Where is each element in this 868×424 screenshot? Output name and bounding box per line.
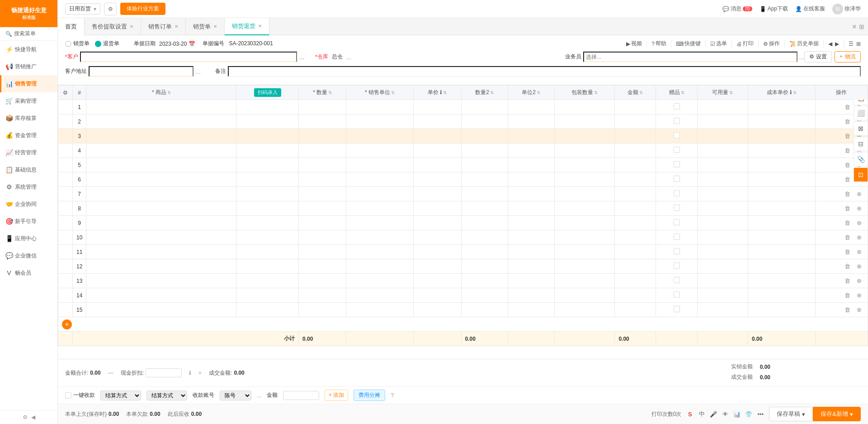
copy-icon[interactable]: ⊕ — [854, 305, 864, 315]
row-sale-unit[interactable] — [346, 158, 413, 172]
row-qty[interactable] — [298, 259, 346, 274]
taskbar-icon-shirt[interactable]: 👕 — [744, 409, 754, 419]
row-cost-price[interactable] — [748, 143, 816, 158]
sidebar-item-cooperation[interactable]: 🤝 企业协同 — [0, 195, 57, 213]
row-unit-price[interactable] — [413, 288, 461, 303]
row-gift[interactable] — [656, 216, 697, 230]
account-dots[interactable]: ... — [257, 392, 261, 399]
row-amount[interactable] — [615, 259, 656, 274]
one-key-payment-check[interactable]: 一键收款 — [65, 391, 95, 399]
gift-checkbox[interactable] — [674, 118, 680, 124]
row-qty2[interactable] — [461, 100, 508, 114]
row-sale-unit[interactable] — [346, 274, 413, 288]
salesperson-dots[interactable]: ... — [799, 53, 805, 61]
account-select[interactable]: 陈号 — [220, 391, 251, 400]
row-product[interactable] — [86, 201, 236, 216]
copy-icon[interactable]: ⊕ — [854, 247, 864, 257]
delete-icon[interactable]: 🗑 — [842, 160, 852, 170]
row-gift[interactable] — [656, 100, 697, 114]
row-product[interactable] — [86, 158, 236, 172]
sidebar-item-shortcut[interactable]: ⚡ 快捷导航 — [0, 41, 57, 58]
taskbar-icon-table[interactable]: 📊 — [732, 409, 742, 419]
row-qty[interactable] — [298, 158, 346, 172]
row-qty2[interactable] — [461, 303, 508, 317]
row-amount[interactable] — [615, 303, 656, 317]
topbar-gear-button[interactable]: ⚙ — [104, 3, 117, 15]
setting-button[interactable]: ⚙ 设置 — [804, 51, 831, 62]
gift-checkbox[interactable] — [674, 233, 680, 240]
gift-checkbox[interactable] — [674, 103, 680, 110]
collapse-icon[interactable]: ◀ — [31, 414, 35, 420]
row-available[interactable] — [697, 274, 748, 288]
row-available[interactable] — [697, 143, 748, 158]
gift-checkbox[interactable] — [674, 147, 680, 153]
row-amount[interactable] — [615, 216, 656, 230]
row-qty[interactable] — [298, 201, 346, 216]
row-qty2[interactable] — [461, 216, 508, 230]
gift-checkbox[interactable] — [674, 132, 680, 138]
message-badge-item[interactable]: 💬 消息 70 — [722, 5, 752, 13]
row-unit-price[interactable] — [413, 303, 461, 317]
row-qty2[interactable] — [461, 114, 508, 129]
sidebar-item-system[interactable]: ⚙ 系统管理 — [0, 178, 57, 195]
delete-icon[interactable]: 🗑 — [842, 204, 852, 214]
row-qty[interactable] — [298, 230, 346, 245]
row-amount[interactable] — [615, 100, 656, 114]
row-available[interactable] — [697, 114, 748, 129]
close-all-icon[interactable]: ✕ — [852, 23, 857, 30]
sidebar-item-member[interactable]: V 畅会员 — [0, 264, 57, 281]
row-unit-price[interactable] — [413, 216, 461, 230]
row-unit2[interactable] — [508, 187, 554, 201]
row-sale-unit[interactable] — [346, 259, 413, 274]
row-pack-qty[interactable] — [554, 245, 615, 259]
search-menu[interactable]: 🔍 搜索菜单 — [0, 27, 57, 41]
row-pack-qty[interactable] — [554, 172, 615, 187]
row-amount[interactable] — [615, 230, 656, 245]
row-gift[interactable] — [656, 230, 697, 245]
row-gift[interactable] — [656, 245, 697, 259]
checkbox[interactable] — [65, 392, 71, 399]
row-sale-unit[interactable] — [346, 143, 413, 158]
customer-dots[interactable]: ... — [299, 53, 304, 61]
row-pack-qty[interactable] — [554, 274, 615, 288]
row-qty2[interactable] — [461, 129, 508, 143]
taskbar-icon-ellipsis[interactable]: ••• — [755, 409, 765, 419]
row-product[interactable] — [86, 259, 236, 274]
row-unit2[interactable] — [508, 201, 554, 216]
sidebar-item-guide[interactable]: 🎯 新手引导 — [0, 213, 57, 230]
row-sale-unit[interactable] — [346, 245, 413, 259]
float-btn-2[interactable]: ⬜ — [854, 106, 868, 120]
amount-input[interactable] — [283, 391, 319, 400]
gift-checkbox[interactable] — [674, 161, 680, 167]
row-unit2[interactable] — [508, 274, 554, 288]
row-unit-price[interactable] — [413, 100, 461, 114]
row-product[interactable] — [86, 100, 236, 114]
logistics-button[interactable]: + 物流 — [835, 51, 861, 62]
row-amount[interactable] — [615, 201, 656, 216]
taskbar-icon-mic[interactable]: 🎤 — [708, 409, 718, 419]
gift-checkbox[interactable] — [674, 291, 680, 298]
sidebar-item-finance[interactable]: 💰 资金管理 — [0, 127, 57, 144]
sidebar-item-sales[interactable]: 📊 销售管理 — [0, 75, 57, 92]
row-product[interactable] — [86, 129, 236, 143]
row-pack-qty[interactable] — [554, 303, 615, 317]
row-available[interactable] — [697, 201, 748, 216]
row-cost-price[interactable] — [748, 129, 816, 143]
gift-checkbox[interactable] — [674, 176, 680, 182]
row-available[interactable] — [697, 129, 748, 143]
payment-method-select[interactable]: 结算方式 — [100, 391, 141, 400]
tab-sale-price[interactable]: 售价提取设置 ✕ — [85, 18, 141, 35]
row-unit-price[interactable] — [413, 143, 461, 158]
row-sale-unit[interactable] — [346, 303, 413, 317]
help-action[interactable]: ? 帮助 — [651, 40, 666, 48]
row-unit-price[interactable] — [413, 274, 461, 288]
row-cost-price[interactable] — [748, 100, 816, 114]
row-amount[interactable] — [615, 245, 656, 259]
row-gift[interactable] — [656, 303, 697, 317]
row-cost-price[interactable] — [748, 274, 816, 288]
sidebar-item-inventory[interactable]: 📦 库存核算 — [0, 110, 57, 127]
operation-action[interactable]: ⚙ 操作 — [763, 40, 780, 48]
row-sale-unit[interactable] — [346, 129, 413, 143]
copy-icon[interactable]: ⊕ — [854, 276, 864, 286]
row-qty[interactable] — [298, 114, 346, 129]
